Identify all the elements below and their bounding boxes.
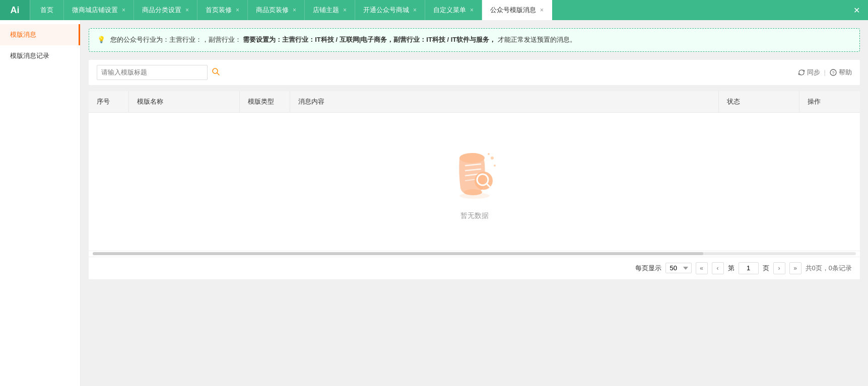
sidebar-menu: 模版消息模版消息记录 <box>0 24 80 66</box>
tab-close-store-theme[interactable]: × <box>343 7 347 14</box>
help-icon: ? <box>830 69 837 76</box>
tab-close-category-setting[interactable]: × <box>185 7 189 14</box>
tab-label: 首页 <box>40 6 53 15</box>
search-left <box>97 65 220 80</box>
search-icon <box>212 67 220 75</box>
svg-point-14 <box>494 165 496 167</box>
tab-label: 首页装修 <box>206 6 232 15</box>
horizontal-scrollbar[interactable] <box>89 251 860 257</box>
table-header: 序号 模版名称 模版类型 消息内容 状态 操作 <box>89 91 860 113</box>
col-index: 序号 <box>89 91 129 112</box>
sidebar-item-template-record[interactable]: 模版消息记录 <box>0 45 80 66</box>
col-name: 模版名称 <box>129 91 240 112</box>
empty-illustration <box>444 143 505 203</box>
search-right: 同步 | ? 帮助 <box>798 68 852 77</box>
tab-close-product-decor[interactable]: × <box>293 7 296 14</box>
page-size-select[interactable]: 50 10 20 100 <box>665 263 692 273</box>
tab-product-decor[interactable]: 商品页装修× <box>248 0 305 20</box>
col-status: 状态 <box>719 91 799 112</box>
tab-label: 开通公众号商城 <box>363 6 409 15</box>
sidebar-item-template-msg[interactable]: 模版消息 <box>0 24 80 45</box>
col-content: 消息内容 <box>290 91 719 112</box>
page-suffix: 页 <box>763 264 769 273</box>
svg-point-13 <box>491 157 494 160</box>
notice-suffix: 才能正常发送预置的消息。 <box>498 36 576 43</box>
sync-button[interactable]: 同步 <box>798 68 820 77</box>
svg-text:?: ? <box>832 70 834 75</box>
pagination: 每页显示 50 10 20 100 « ‹ 第 页 › » 共0页，0条记录 <box>89 257 860 279</box>
notice-highlight: 需要设置为：主营行业：IT科技 / 互联网|电子商务，副营行业：IT科技 / I… <box>243 36 496 43</box>
svg-point-16 <box>464 189 482 195</box>
last-page-button[interactable]: » <box>789 262 802 274</box>
page-word: 第 <box>728 264 735 273</box>
tabs-list: 首页微商城店铺设置×商品分类设置×首页装修×商品页装修×店铺主题×开通公众号商城… <box>30 0 845 20</box>
svg-point-15 <box>488 153 490 155</box>
notice-prefix: 您的公众号行业为：主营行业：，副营行业： <box>110 36 241 43</box>
empty-text: 暂无数据 <box>460 211 489 220</box>
global-close-button[interactable]: ✕ <box>845 6 868 15</box>
search-input[interactable] <box>97 65 208 80</box>
tab-home[interactable]: 首页 <box>30 0 64 20</box>
main-layout: 模版消息模版消息记录 💡 您的公众号行业为：主营行业：，副营行业： 需要设置为：… <box>0 20 868 386</box>
col-type: 模版类型 <box>240 91 290 112</box>
col-action: 操作 <box>799 91 860 112</box>
top-tab-bar: Ai 首页微商城店铺设置×商品分类设置×首页装修×商品页装修×店铺主题×开通公众… <box>0 0 868 20</box>
notice-banner: 💡 您的公众号行业为：主营行业：，副营行业： 需要设置为：主营行业：IT科技 /… <box>89 28 860 52</box>
help-button[interactable]: ? 帮助 <box>830 68 852 77</box>
page-size-label: 每页显示 <box>635 264 661 273</box>
scrollbar-track[interactable] <box>93 252 856 255</box>
main-content: 💡 您的公众号行业为：主营行业：，副营行业： 需要设置为：主营行业：IT科技 /… <box>81 20 868 386</box>
tab-close-custom-menu[interactable]: × <box>470 7 474 14</box>
tab-homepage-decor[interactable]: 首页装修× <box>197 0 248 20</box>
sync-label: 同步 <box>807 68 820 77</box>
empty-state: 暂无数据 <box>89 113 860 251</box>
tab-close-template-msg[interactable]: × <box>540 7 544 14</box>
next-page-button[interactable]: › <box>773 262 785 274</box>
tab-label: 商品页装修 <box>256 6 289 15</box>
svg-line-1 <box>217 73 219 75</box>
tab-label: 公众号模版消息 <box>490 6 536 15</box>
tab-label: 微商城店铺设置 <box>72 6 118 15</box>
total-info: 共0页，0条记录 <box>806 264 852 273</box>
tab-category-setting[interactable]: 商品分类设置× <box>134 0 197 20</box>
tab-label: 自定义菜单 <box>433 6 466 15</box>
tab-label: 商品分类设置 <box>142 6 181 15</box>
tab-close-homepage-decor[interactable]: × <box>236 7 239 14</box>
tab-label: 店铺主题 <box>313 6 339 15</box>
sync-icon <box>798 69 805 76</box>
toolbar-divider: | <box>824 68 826 76</box>
tab-close-shop-setting[interactable]: × <box>122 7 125 14</box>
data-table: 序号 模版名称 模版类型 消息内容 状态 操作 <box>89 91 860 279</box>
svg-point-5 <box>459 153 485 163</box>
tab-custom-menu[interactable]: 自定义菜单× <box>425 0 482 20</box>
search-bar: 同步 | ? 帮助 <box>89 60 860 85</box>
app-logo: Ai <box>0 0 30 20</box>
tab-close-open-mall[interactable]: × <box>413 7 417 14</box>
prev-page-button[interactable]: ‹ <box>712 262 724 274</box>
help-label: 帮助 <box>839 68 852 77</box>
tab-template-msg[interactable]: 公众号模版消息× <box>482 0 552 20</box>
page-number-input[interactable] <box>739 262 759 274</box>
first-page-button[interactable]: « <box>696 262 708 274</box>
notice-icon: 💡 <box>97 36 105 43</box>
logo-text: Ai <box>11 5 20 16</box>
search-button[interactable] <box>212 67 220 78</box>
tab-open-mall[interactable]: 开通公众号商城× <box>355 0 425 20</box>
sidebar: 模版消息模版消息记录 <box>0 20 81 386</box>
tab-store-theme[interactable]: 店铺主题× <box>305 0 355 20</box>
tab-shop-setting[interactable]: 微商城店铺设置× <box>64 0 134 20</box>
scrollbar-thumb[interactable] <box>93 252 703 255</box>
